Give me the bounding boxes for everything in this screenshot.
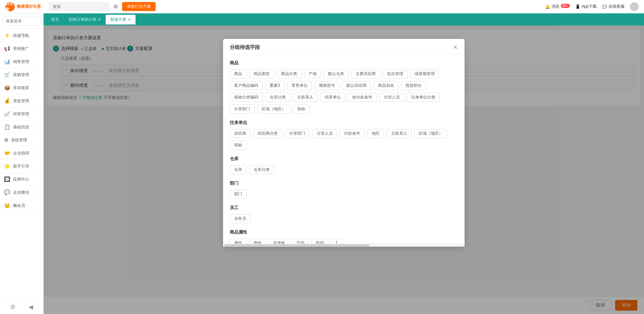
download-icon: 📱 <box>575 4 580 9</box>
field-tag[interactable]: 简称 <box>230 141 247 150</box>
header-search-input[interactable] <box>49 3 109 11</box>
field-tag[interactable]: 地区 <box>367 129 384 138</box>
sidebar-item-采购管理[interactable]: 🛒采购管理 <box>0 68 43 81</box>
field-tag[interactable]: 客户商品编码 <box>230 81 263 90</box>
nav-tab-采购订单执行表[interactable]: 采购订单执行表✕ <box>64 15 106 24</box>
sidebar-item-label: 快捷导航 <box>13 33 29 39</box>
sidebar-item-label: 销售管理 <box>13 59 29 65</box>
sidebar-item-经营管理[interactable]: 📈经营管理 <box>0 108 43 121</box>
nav-tab-首页[interactable]: 首页 <box>46 15 64 24</box>
sidebar-item-销售管理[interactable]: 📊销售管理 <box>0 55 43 68</box>
modal-title: 分组待选字段 <box>230 44 260 51</box>
sidebar-item-label: 企业微信 <box>13 190 29 195</box>
field-tag[interactable]: 供应商分类 <box>253 129 282 138</box>
field-tag[interactable]: 仓库 <box>230 165 247 174</box>
sidebar-icon: 🛒 <box>4 72 10 78</box>
settings-icon[interactable]: ⚙ <box>10 303 15 311</box>
trial-button[interactable]: 体验行业方案 <box>122 2 156 11</box>
avatar[interactable] <box>630 2 639 11</box>
sidebar-item-label: 营销推广 <box>13 46 29 52</box>
field-tag[interactable]: 部门 <box>230 190 247 199</box>
field-tag[interactable]: 分管部门 <box>285 129 310 138</box>
modal-scroll-thumb <box>224 244 369 246</box>
field-tag[interactable]: 商品分类 <box>277 69 302 78</box>
field-tag[interactable]: 业务员 <box>230 214 251 223</box>
modal-close-button[interactable]: ✕ <box>453 44 458 51</box>
field-tag[interactable]: 商品类型 <box>249 69 274 78</box>
sidebar-item-应用中心[interactable]: 🔲应用中心 <box>0 173 43 186</box>
field-tag[interactable]: 结算单位 <box>320 93 345 102</box>
sidebar-item-系统管理[interactable]: ⚙系统管理 <box>0 134 43 147</box>
tab-close-icon[interactable]: ✕ <box>128 17 131 22</box>
field-tag[interactable]: 规格型号 <box>315 81 339 90</box>
field-tag[interactable]: 尺码 <box>292 239 309 244</box>
sidebar-item-畅会员[interactable]: 👑畅会员 <box>0 199 43 212</box>
sidebar-item-新手引导[interactable]: 🌟新手引导 <box>0 160 43 173</box>
field-tag[interactable]: 批次管理 <box>383 69 408 78</box>
field-tag[interactable]: 1 <box>331 239 342 244</box>
online-service-item[interactable]: 💬 在线客服 <box>602 4 625 9</box>
sidebar-items: ⚡快捷导航📢营销推广📊销售管理🛒采购管理📦库存核算💰资金管理📈经营管理📋基础信息… <box>0 29 43 300</box>
logo-area: 好生意 畅捷通好生意 <box>5 2 49 11</box>
field-tag[interactable]: 重量3 <box>265 81 284 90</box>
field-tag[interactable]: 区域（地区） <box>257 105 290 114</box>
sidebar-item-营销推广[interactable]: 📢营销推广 <box>0 42 43 55</box>
field-tag[interactable]: 拣货积分 <box>401 81 426 90</box>
field-tag[interactable]: 默认仓库 <box>324 69 348 78</box>
sidebar-item-快捷导航[interactable]: ⚡快捷导航 <box>0 29 43 42</box>
sidebar-item-label: 基础信息 <box>13 124 29 130</box>
sidebar-item-label: 资金管理 <box>13 98 29 104</box>
sidebar-item-label: 应用中心 <box>13 177 29 182</box>
field-tag[interactable]: 区域（地区） <box>414 129 447 138</box>
section-title: 部门 <box>230 180 458 186</box>
field-tag[interactable]: 颜色 <box>249 239 266 244</box>
field-tag[interactable]: 付款条件 <box>340 129 365 138</box>
field-tag[interactable]: 主联系人 <box>387 129 412 138</box>
sidebar-item-企业协同[interactable]: 🤝企业协同 <box>0 147 43 160</box>
field-tags: 仓库仓库分类 <box>230 165 458 174</box>
sidebar-item-基础信息[interactable]: 📋基础信息 <box>0 121 43 134</box>
nav-tab-新建方案[interactable]: 新建方案✕ <box>106 15 136 24</box>
field-tag[interactable]: 商品别名 <box>374 81 398 90</box>
sidebar-search-input[interactable] <box>3 17 41 25</box>
field-tag[interactable]: 往来单位分类 <box>407 93 440 102</box>
field-tag[interactable]: 仓库分类 <box>265 93 290 102</box>
field-tag[interactable]: 税收分类编码 <box>230 93 263 102</box>
field-tag[interactable]: 供应商 <box>230 129 251 138</box>
sidebar-icon: 👑 <box>4 202 10 208</box>
field-tag[interactable]: 分管人员 <box>312 129 337 138</box>
field-tag[interactable]: 分管部门 <box>230 105 255 114</box>
field-tag[interactable]: 鞋码 <box>312 239 328 244</box>
field-tag[interactable]: 多规格 <box>269 239 289 244</box>
field-tags: 商品商品类型商品分类产地默认仓库主要供应商批次管理保质期管理客户商品编码重量3零… <box>230 69 458 114</box>
field-tag[interactable]: 商品 <box>230 69 247 78</box>
modal-scroll-track[interactable] <box>223 244 465 247</box>
field-tag[interactable]: 主要供应商 <box>351 69 380 78</box>
modal-body[interactable]: 商品商品商品类型商品分类产地默认仓库主要供应商批次管理保质期管理客户商品编码重量… <box>223 55 465 244</box>
app-download-item[interactable]: 📱 App下载 <box>575 4 597 9</box>
message-item[interactable]: 🔔 消息 99+ <box>545 4 570 9</box>
header-mid: ⚙ 体验行业方案 <box>49 2 545 11</box>
field-tag[interactable]: 产地 <box>304 69 321 78</box>
sidebar-item-label: 采购管理 <box>13 72 29 78</box>
logo-icon: 好生意 <box>5 2 15 11</box>
sidebar-icon: 📋 <box>4 124 10 130</box>
sidebar-item-库存核算[interactable]: 📦库存核算 <box>0 81 43 95</box>
sidebar-icon: ⚙ <box>4 137 8 143</box>
field-tag[interactable]: 保质期管理 <box>410 69 439 78</box>
field-select-modal: 分组待选字段 ✕ 商品商品商品类型商品分类产地默认仓库主要供应商批次管理保质期管… <box>223 39 465 247</box>
field-tag[interactable]: 简称 <box>293 105 310 114</box>
message-label: 消息 <box>551 4 559 9</box>
field-tag[interactable]: 收付款条件 <box>348 93 377 102</box>
field-tag[interactable]: 默认供应商 <box>342 81 371 90</box>
sidebar-item-资金管理[interactable]: 💰资金管理 <box>0 95 43 108</box>
field-tag[interactable]: 属性 <box>230 239 247 244</box>
field-tag[interactable]: 零售单位 <box>287 81 312 90</box>
tab-close-icon[interactable]: ✕ <box>98 17 101 22</box>
gear-icon[interactable]: ⚙ <box>113 3 118 10</box>
collapse-icon[interactable]: ◀ <box>29 303 33 311</box>
sidebar-item-企业微信[interactable]: 💬企业微信 <box>0 186 43 199</box>
field-tag[interactable]: 仓库分类 <box>249 165 274 174</box>
field-tag[interactable]: 分管人员 <box>379 93 404 102</box>
field-tag[interactable]: 主联系人 <box>293 93 318 102</box>
